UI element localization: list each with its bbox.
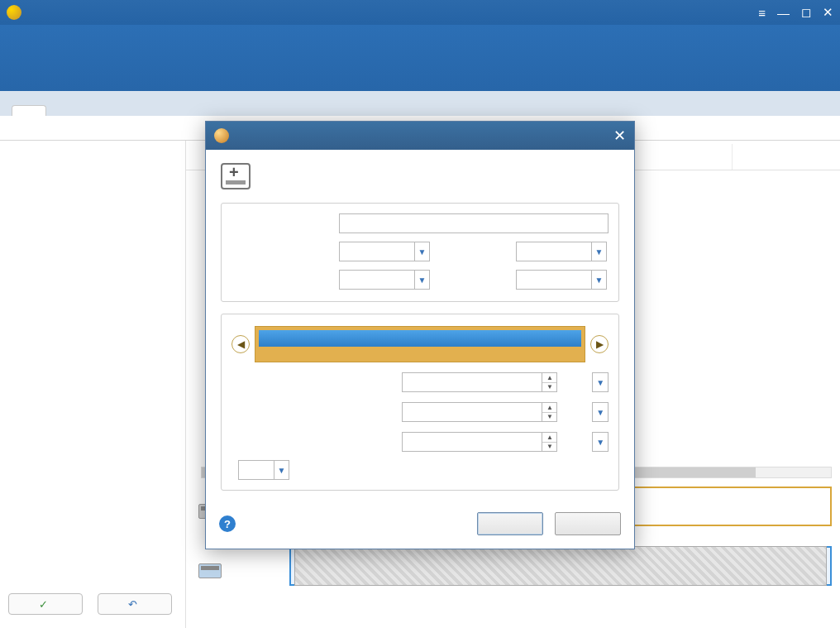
size-bar-fill bbox=[259, 330, 581, 347]
sidebar bbox=[0, 141, 186, 628]
spin-down-icon[interactable]: ▼ bbox=[542, 413, 556, 422]
chevron-down-icon: ▼ bbox=[414, 271, 429, 289]
check-icon: ✓ bbox=[39, 598, 48, 611]
app-logo-icon bbox=[7, 5, 21, 20]
help-icon[interactable]: ? bbox=[219, 515, 236, 532]
new-partition-icon bbox=[221, 163, 251, 189]
combo-create-as[interactable]: ▼ bbox=[339, 242, 430, 261]
tab-partition-management[interactable] bbox=[12, 105, 46, 116]
combo-drive-letter[interactable]: ▼ bbox=[516, 242, 607, 261]
spin-down-icon[interactable]: ▼ bbox=[542, 383, 556, 392]
size-bar-label bbox=[255, 355, 585, 362]
chevron-down-icon: ▼ bbox=[274, 461, 289, 479]
undo-icon: ↶ bbox=[128, 598, 137, 611]
undo-button[interactable]: ↶ bbox=[98, 593, 172, 615]
unit-dropdown[interactable]: ▼ bbox=[592, 432, 609, 452]
input-partition-size[interactable] bbox=[403, 406, 542, 418]
titlebar: ≡ — ◻ ✕ bbox=[0, 0, 840, 25]
spin-up-icon[interactable]: ▲ bbox=[542, 373, 556, 383]
apply-button[interactable]: ✓ bbox=[8, 593, 83, 615]
main-toolbar bbox=[0, 25, 840, 91]
combo-cluster-size[interactable]: ▼ bbox=[516, 270, 607, 290]
dialog-titlebar: ✕ bbox=[206, 122, 634, 150]
disk-3-bar[interactable] bbox=[294, 546, 827, 586]
spin-down-icon[interactable]: ▼ bbox=[542, 443, 556, 452]
size-bar[interactable] bbox=[255, 326, 585, 362]
maximize-icon[interactable]: ◻ bbox=[801, 5, 811, 20]
dialog-logo-icon bbox=[214, 128, 229, 143]
spin-up-icon[interactable]: ▲ bbox=[542, 403, 556, 413]
cancel-button[interactable] bbox=[555, 512, 621, 535]
size-handle-right[interactable]: ▶ bbox=[590, 335, 609, 353]
disk-icon bbox=[198, 563, 222, 578]
size-handle-left[interactable]: ◀ bbox=[231, 335, 250, 353]
unit-dropdown[interactable]: ▼ bbox=[592, 402, 609, 422]
create-partition-dialog: ✕ ▼ ▼ ▼ ▼ bbox=[205, 121, 635, 549]
spin-partition-size[interactable]: ▲▼ bbox=[402, 402, 557, 422]
ok-button[interactable] bbox=[477, 512, 543, 535]
minimize-icon[interactable]: — bbox=[777, 6, 790, 20]
dialog-close-icon[interactable]: ✕ bbox=[613, 127, 626, 145]
close-icon[interactable]: ✕ bbox=[823, 5, 833, 20]
spin-space-after[interactable]: ▲▼ bbox=[402, 432, 557, 452]
unit-dropdown[interactable]: ▼ bbox=[592, 372, 609, 392]
input-partition-label[interactable] bbox=[339, 213, 609, 233]
combo-align-to[interactable]: ▼ bbox=[238, 460, 289, 480]
tab-strip bbox=[0, 91, 840, 116]
disk-3-panel bbox=[198, 546, 832, 596]
chevron-down-icon: ▼ bbox=[591, 242, 606, 261]
input-space-after[interactable] bbox=[403, 436, 542, 448]
spin-up-icon[interactable]: ▲ bbox=[542, 433, 556, 443]
chevron-down-icon: ▼ bbox=[591, 271, 606, 289]
menu-icon[interactable]: ≡ bbox=[758, 6, 766, 20]
disk-3-outer[interactable] bbox=[289, 546, 832, 586]
chevron-down-icon: ▼ bbox=[414, 242, 429, 261]
combo-file-system[interactable]: ▼ bbox=[339, 270, 430, 290]
spin-space-before[interactable]: ▲▼ bbox=[402, 372, 557, 392]
input-space-before[interactable] bbox=[403, 376, 542, 388]
